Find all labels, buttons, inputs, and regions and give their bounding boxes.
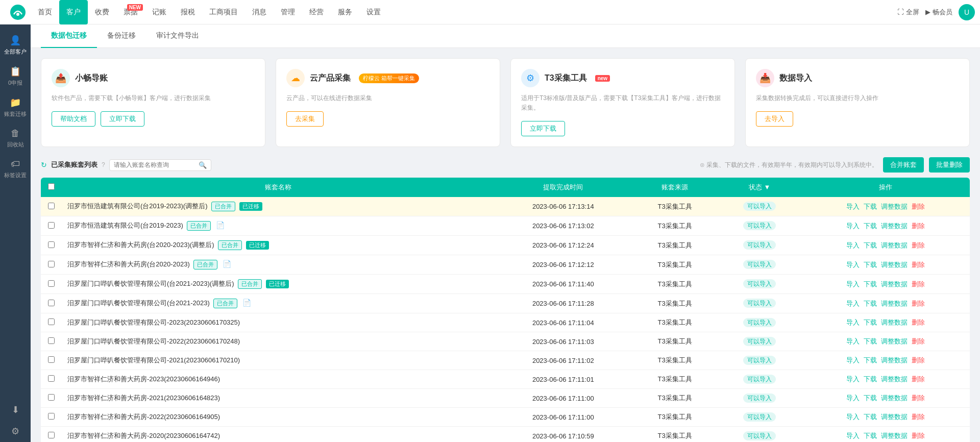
action-导入[interactable]: 导入 bbox=[846, 241, 860, 250]
nav-home[interactable]: 首页 bbox=[31, 0, 59, 24]
row-checkbox-3[interactable] bbox=[48, 261, 55, 267]
action-下载[interactable]: 下载 bbox=[864, 394, 877, 403]
row-checkbox-5[interactable] bbox=[48, 300, 55, 306]
sidebar-item-recycle[interactable]: 🗑 回收站 bbox=[0, 123, 31, 154]
action-删除[interactable]: 删除 bbox=[912, 394, 925, 403]
help-doc-button[interactable]: 帮助文档 bbox=[52, 111, 95, 127]
header-status[interactable]: 状态 ▼ bbox=[718, 178, 801, 197]
nav-bills[interactable]: 票据 NEW bbox=[116, 0, 145, 24]
nav-business[interactable]: 工商项目 bbox=[202, 0, 245, 24]
go-import-button[interactable]: 去导入 bbox=[756, 111, 793, 127]
search-input[interactable] bbox=[114, 161, 195, 168]
action-导入[interactable]: 导入 bbox=[846, 356, 860, 365]
action-删除[interactable]: 删除 bbox=[912, 260, 925, 269]
row-checkbox-12[interactable] bbox=[48, 432, 55, 438]
action-调整数据[interactable]: 调整数据 bbox=[881, 280, 908, 289]
sidebar-item-zero-declaration[interactable]: 📋 0申报 bbox=[0, 61, 31, 92]
row-checkbox-7[interactable] bbox=[48, 337, 55, 344]
action-下载[interactable]: 下载 bbox=[864, 280, 877, 289]
row-checkbox-11[interactable] bbox=[48, 413, 55, 420]
action-删除[interactable]: 删除 bbox=[912, 431, 925, 440]
row-checkbox-9[interactable] bbox=[48, 375, 55, 382]
action-调整数据[interactable]: 调整数据 bbox=[881, 356, 908, 365]
action-导入[interactable]: 导入 bbox=[846, 375, 860, 384]
action-调整数据[interactable]: 调整数据 bbox=[881, 202, 908, 211]
action-下载[interactable]: 下载 bbox=[864, 299, 877, 308]
action-删除[interactable]: 删除 bbox=[912, 280, 925, 289]
row-checkbox-0[interactable] bbox=[48, 203, 55, 209]
row-checkbox-6[interactable] bbox=[48, 318, 55, 325]
search-icon[interactable]: 🔍 bbox=[199, 161, 207, 169]
action-导入[interactable]: 导入 bbox=[846, 431, 860, 440]
action-导入[interactable]: 导入 bbox=[846, 394, 860, 403]
action-调整数据[interactable]: 调整数据 bbox=[881, 318, 908, 327]
nav-operations[interactable]: 经营 bbox=[302, 0, 331, 24]
action-下载[interactable]: 下载 bbox=[864, 202, 877, 211]
action-导入[interactable]: 导入 bbox=[846, 260, 860, 269]
refresh-icon[interactable]: ↻ bbox=[41, 161, 47, 169]
batch-delete-button[interactable]: 批量删除 bbox=[929, 157, 970, 173]
go-collect-button[interactable]: 去采集 bbox=[286, 111, 324, 127]
sidebar-item-account-migration[interactable]: 📁 账套迁移 bbox=[0, 92, 31, 123]
sidebar-item-label-settings[interactable]: 🏷 标签设置 bbox=[0, 154, 31, 184]
action-调整数据[interactable]: 调整数据 bbox=[881, 394, 908, 403]
action-删除[interactable]: 删除 bbox=[912, 241, 925, 250]
action-调整数据[interactable]: 调整数据 bbox=[881, 375, 908, 384]
action-下载[interactable]: 下载 bbox=[864, 412, 877, 422]
user-avatar[interactable]: U bbox=[959, 4, 975, 20]
action-删除[interactable]: 删除 bbox=[912, 375, 925, 384]
action-调整数据[interactable]: 调整数据 bbox=[881, 260, 908, 269]
action-导入[interactable]: 导入 bbox=[846, 318, 860, 327]
row-checkbox-10[interactable] bbox=[48, 394, 55, 401]
action-删除[interactable]: 删除 bbox=[912, 222, 925, 231]
merge-accounts-button[interactable]: 合并账套 bbox=[883, 157, 924, 173]
action-下载[interactable]: 下载 bbox=[864, 241, 877, 250]
nav-tax[interactable]: 报税 bbox=[174, 0, 202, 24]
tab-data-package[interactable]: 数据包迁移 bbox=[41, 24, 97, 48]
sidebar-item-all-customers[interactable]: 👤 全部客户 bbox=[0, 30, 31, 61]
tab-audit-export[interactable]: 审计文件导出 bbox=[146, 24, 209, 48]
nav-management[interactable]: 管理 bbox=[274, 0, 302, 24]
nav-customer[interactable]: 客户 bbox=[59, 0, 88, 24]
row-checkbox-1[interactable] bbox=[48, 222, 55, 229]
help-icon[interactable]: ? bbox=[102, 161, 105, 168]
action-下载[interactable]: 下载 bbox=[864, 318, 877, 327]
action-导入[interactable]: 导入 bbox=[846, 337, 860, 346]
nav-settings[interactable]: 设置 bbox=[359, 0, 388, 24]
yunpincai-promo[interactable]: 柠檬云 箱帮一键采集 bbox=[359, 73, 419, 83]
action-导入[interactable]: 导入 bbox=[846, 412, 860, 422]
row-checkbox-4[interactable] bbox=[48, 280, 55, 287]
nav-messages[interactable]: 消息 bbox=[245, 0, 274, 24]
nav-fees[interactable]: 收费 bbox=[88, 0, 116, 24]
action-导入[interactable]: 导入 bbox=[846, 280, 860, 289]
sidebar-item-user-settings[interactable]: ⚙ bbox=[0, 421, 31, 442]
sidebar-item-download[interactable]: ⬇ bbox=[0, 399, 31, 421]
action-删除[interactable]: 删除 bbox=[912, 356, 925, 365]
action-删除[interactable]: 删除 bbox=[912, 202, 925, 211]
check-all-checkbox[interactable] bbox=[48, 183, 55, 190]
nav-services[interactable]: 服务 bbox=[331, 0, 359, 24]
action-导入[interactable]: 导入 bbox=[846, 299, 860, 308]
action-下载[interactable]: 下载 bbox=[864, 375, 877, 384]
download-now-button[interactable]: 立即下载 bbox=[101, 111, 144, 127]
action-下载[interactable]: 下载 bbox=[864, 260, 877, 269]
action-导入[interactable]: 导入 bbox=[846, 202, 860, 211]
fullscreen-button[interactable]: ⛶ 全屏 bbox=[897, 8, 919, 17]
action-删除[interactable]: 删除 bbox=[912, 337, 925, 346]
action-调整数据[interactable]: 调整数据 bbox=[881, 337, 908, 346]
action-下载[interactable]: 下载 bbox=[864, 222, 877, 231]
action-删除[interactable]: 删除 bbox=[912, 318, 925, 327]
action-调整数据[interactable]: 调整数据 bbox=[881, 241, 908, 250]
t3-download-button[interactable]: 立即下载 bbox=[521, 121, 565, 136]
row-checkbox-2[interactable] bbox=[48, 241, 55, 248]
tab-backup-migration[interactable]: 备份迁移 bbox=[97, 24, 146, 48]
action-调整数据[interactable]: 调整数据 bbox=[881, 412, 908, 422]
action-调整数据[interactable]: 调整数据 bbox=[881, 222, 908, 231]
action-下载[interactable]: 下载 bbox=[864, 431, 877, 440]
action-调整数据[interactable]: 调整数据 bbox=[881, 431, 908, 440]
row-checkbox-8[interactable] bbox=[48, 356, 55, 363]
action-调整数据[interactable]: 调整数据 bbox=[881, 299, 908, 308]
action-删除[interactable]: 删除 bbox=[912, 299, 925, 308]
nav-bookkeeping[interactable]: 记账 bbox=[145, 0, 174, 24]
action-下载[interactable]: 下载 bbox=[864, 337, 877, 346]
